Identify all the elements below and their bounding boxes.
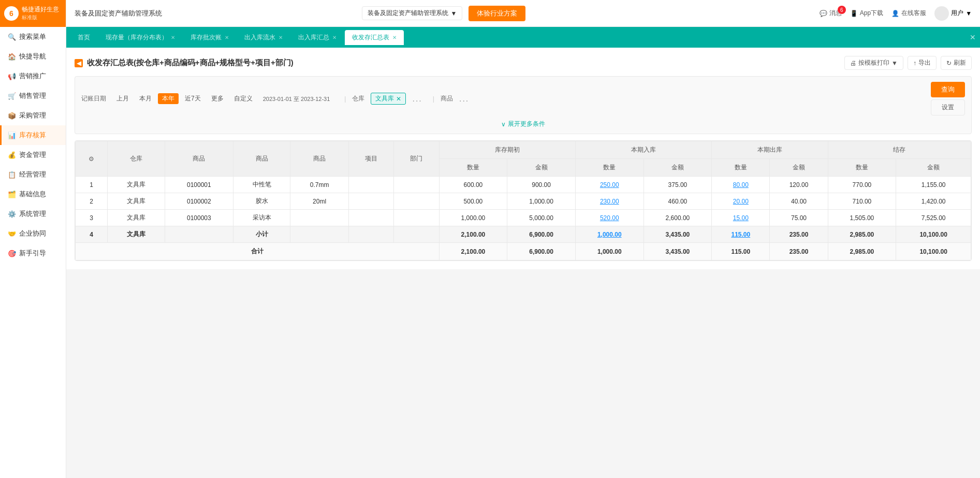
- date-btn-custom[interactable]: 自定义: [230, 93, 257, 104]
- cell-in-qty[interactable]: 520.00: [575, 210, 643, 226]
- sidebar-item-guide-label: 新手引导: [19, 249, 46, 258]
- export-btn[interactable]: ↑ 导出: [908, 56, 937, 70]
- sidebar-item-quick-nav[interactable]: 🏠 快捷导航: [0, 47, 66, 66]
- sidebar-item-search[interactable]: 🔍 搜索菜单: [0, 27, 66, 47]
- tab-receipt-summary-close[interactable]: ✕: [392, 35, 397, 40]
- table-row: 1 文具库 0100001 中性笔 0.7mm 600.00 900.00 25…: [76, 177, 971, 193]
- sidebar: 6 畅捷通好生意 标准版 🔍 搜索菜单 🏠 快捷导航 📢 营销推广 🛒 销售管理…: [0, 0, 66, 478]
- query-btn[interactable]: 查询: [931, 82, 965, 97]
- date-range: 2023-01-01 至 2023-12-31: [263, 95, 330, 103]
- footer-out-amt: 235.00: [770, 243, 828, 260]
- content: ◀ 收发存汇总表(按仓库+商品编码+商品+规格型号+项目+部门) 🖨 按模板打印…: [66, 48, 980, 478]
- tab-batch-close[interactable]: ✕: [225, 35, 229, 40]
- sidebar-item-corp-label: 企业协同: [19, 229, 46, 238]
- subtotal-in-qty: 1,000.00: [575, 226, 643, 243]
- user-label: 用户: [951, 9, 963, 18]
- cell-in-qty[interactable]: 230.00: [575, 193, 643, 210]
- basic-icon: 🗂️: [8, 190, 16, 198]
- subtotal-name: 小计: [233, 226, 290, 243]
- tab-receipt-summary-label: 收发存汇总表: [352, 33, 389, 42]
- th-settings[interactable]: ⚙: [76, 141, 108, 177]
- sidebar-item-operation[interactable]: 📋 经营管理: [0, 165, 66, 184]
- settings-btn[interactable]: 设置: [931, 99, 965, 115]
- cell-bal-qty: 710.00: [828, 193, 896, 210]
- export-icon: ↑: [913, 60, 916, 67]
- tab-receipt-summary[interactable]: 收发存汇总表 ✕: [345, 30, 404, 45]
- sidebar-item-sales[interactable]: 🛒 销售管理: [0, 86, 66, 106]
- data-table: ⚙ 仓库 商品 商品 商品 项目 部门 库存期初 本期入库 本期出库 结存: [75, 141, 971, 260]
- cell-out-qty[interactable]: 15.00: [712, 210, 770, 226]
- subtotal-row: 4 文具库 小计 2,100.00 6,900.00 1,000.00 3,43…: [76, 226, 971, 243]
- tab-inout-flow-close[interactable]: ✕: [279, 35, 283, 40]
- tab-inout-flow[interactable]: 出入库流水 ✕: [237, 30, 290, 45]
- warehouse-tag-close[interactable]: ✕: [396, 95, 401, 103]
- th-open-amt: 金额: [507, 159, 576, 177]
- expand-btn[interactable]: ∨ 展开更多条件: [501, 120, 545, 128]
- main: 装备及固定资产辅助管理系统 装备及固定资产辅助管理系统 ▼ 体验行业方案 💬 消…: [66, 0, 980, 478]
- date-btn-7days[interactable]: 近7天: [181, 93, 205, 104]
- cell-out-qty[interactable]: 20.00: [712, 193, 770, 210]
- tab-stock-dist-close[interactable]: ✕: [171, 35, 175, 40]
- app-download-btn[interactable]: 📱 App下载: [850, 9, 883, 18]
- cell-in-amt: 375.00: [643, 177, 712, 193]
- tabbar-close-icon[interactable]: ✕: [970, 33, 976, 41]
- date-btn-this-year[interactable]: 本年: [158, 93, 179, 104]
- online-service-btn[interactable]: 👤 在线客服: [891, 9, 926, 18]
- sidebar-item-operation-label: 经营管理: [19, 170, 46, 179]
- th-name: 商品: [233, 141, 290, 177]
- sidebar-item-purchase[interactable]: 📦 采购管理: [0, 106, 66, 125]
- sidebar-item-marketing[interactable]: 📢 营销推广: [0, 66, 66, 86]
- cell-project: [348, 177, 393, 193]
- table-row: 2 文具库 0100002 胶水 20ml 500.00 1,000.00 23…: [76, 193, 971, 210]
- try-btn[interactable]: 体验行业方案: [469, 6, 525, 21]
- th-warehouse: 仓库: [108, 141, 165, 177]
- date-btn-this-month[interactable]: 本月: [135, 93, 156, 104]
- cell-out-amt: 120.00: [770, 177, 828, 193]
- cell-in-qty[interactable]: 250.00: [575, 177, 643, 193]
- user-btn[interactable]: 用户 ▼: [934, 6, 972, 21]
- quick-nav-icon: 🏠: [8, 52, 16, 61]
- inventory-icon: 📊: [8, 131, 16, 139]
- page-actions: 🖨 按模板打印 ▼ ↑ 导出 ↻ 刷新: [844, 56, 972, 70]
- subtotal-bal-qty: 2,985.00: [828, 226, 896, 243]
- date-btn-prev-month[interactable]: 上月: [112, 93, 133, 104]
- footer-row: 合计 2,100.00 6,900.00 1,000.00 3,435.00 1…: [76, 243, 971, 260]
- sidebar-item-system[interactable]: ⚙️ 系统管理: [0, 204, 66, 224]
- logo-subtitle: 标准版: [22, 14, 59, 21]
- cell-out-qty[interactable]: 80.00: [712, 177, 770, 193]
- tab-inout-summary[interactable]: 出入库汇总 ✕: [291, 30, 344, 45]
- collapse-btn[interactable]: ◀: [75, 59, 83, 67]
- date-btn-more[interactable]: 更多: [207, 93, 228, 104]
- tab-inout-summary-close[interactable]: ✕: [332, 35, 337, 40]
- sidebar-item-corp[interactable]: 🤝 企业协同: [0, 224, 66, 243]
- cell-out-amt: 75.00: [770, 210, 828, 226]
- cell-project: [348, 210, 393, 226]
- goods-dots[interactable]: ...: [459, 94, 469, 104]
- warehouse-dots[interactable]: ...: [412, 94, 422, 104]
- print-btn[interactable]: 🖨 按模板打印 ▼: [844, 56, 903, 70]
- cell-in-amt: 2,600.00: [643, 210, 712, 226]
- tab-home-label: 首页: [78, 33, 90, 42]
- cell-open-amt: 1,000.00: [507, 193, 576, 210]
- sidebar-item-guide[interactable]: 🎯 新手引导: [0, 243, 66, 263]
- sidebar-item-finance-label: 资金管理: [19, 150, 46, 160]
- cell-no: 1: [76, 177, 108, 193]
- tab-batch-label: 库存批次账: [191, 33, 222, 42]
- message-btn[interactable]: 💬 消息 6: [820, 9, 842, 18]
- cell-name: 中性笔: [233, 177, 290, 193]
- tab-stock-dist[interactable]: 现存量（库存分布表） ✕: [98, 30, 182, 45]
- tab-home[interactable]: 首页: [70, 30, 97, 45]
- sidebar-item-inventory[interactable]: 📊 库存核算: [0, 125, 66, 145]
- subtotal-project: [348, 226, 393, 243]
- sidebar-item-basic[interactable]: 🗂️ 基础信息: [0, 184, 66, 204]
- sidebar-item-basic-label: 基础信息: [19, 190, 46, 199]
- refresh-btn[interactable]: ↻ 刷新: [941, 56, 972, 70]
- table-settings-icon[interactable]: ⚙: [89, 155, 94, 163]
- sidebar-item-finance[interactable]: 💰 资金管理: [0, 145, 66, 165]
- system-dropdown[interactable]: 装备及固定资产辅助管理系统 ▼: [362, 6, 462, 20]
- tab-batch[interactable]: 库存批次账 ✕: [183, 30, 236, 45]
- th-balance: 结存: [828, 141, 971, 159]
- filter-expand-row: ∨ 展开更多条件: [81, 120, 965, 128]
- footer-open-amt: 6,900.00: [507, 243, 576, 260]
- th-out: 本期出库: [712, 141, 828, 159]
